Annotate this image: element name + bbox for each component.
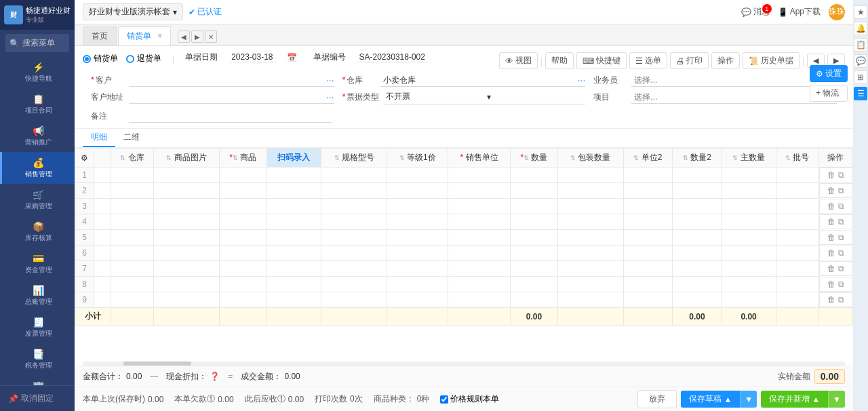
table-cell[interactable]	[153, 292, 219, 308]
table-cell[interactable]	[153, 277, 219, 292]
copy-row-icon[interactable]: ⧉	[838, 217, 844, 227]
table-cell[interactable]	[387, 168, 448, 183]
right-panel-clipboard-icon[interactable]: 📋	[854, 38, 867, 52]
table-cell[interactable]	[776, 246, 818, 261]
abandon-button[interactable]: 放弃	[637, 390, 677, 408]
table-cell[interactable]	[111, 292, 154, 308]
table-cell[interactable]	[321, 277, 387, 292]
table-cell[interactable]	[321, 261, 387, 277]
table-cell[interactable]	[776, 230, 818, 246]
table-cell[interactable]	[776, 292, 818, 308]
table-cell[interactable]	[321, 168, 387, 183]
table-cell[interactable]	[111, 168, 154, 183]
table-cell[interactable]	[111, 277, 154, 292]
tab-close-icon[interactable]: ×	[157, 31, 162, 41]
table-cell[interactable]	[111, 183, 154, 199]
address-input[interactable]	[129, 91, 323, 103]
table-cell[interactable]	[111, 199, 154, 214]
table-cell[interactable]	[219, 246, 267, 261]
table-cell[interactable]	[673, 261, 722, 277]
delete-row-icon[interactable]: 🗑	[827, 186, 835, 195]
print-button[interactable]: 🖨 打印	[670, 52, 709, 69]
table-cell[interactable]	[94, 261, 111, 277]
table-cell[interactable]	[94, 214, 111, 230]
table-cell[interactable]	[94, 246, 111, 261]
col-product-image[interactable]: ⇅ 商品图片	[153, 149, 219, 168]
table-cell[interactable]	[776, 214, 818, 230]
table-cell[interactable]	[111, 230, 154, 246]
customer-input[interactable]	[129, 74, 323, 86]
right-panel-star-icon[interactable]: ★	[854, 5, 867, 19]
table-cell[interactable]	[321, 246, 387, 261]
operate-button[interactable]: 操作	[711, 52, 740, 69]
table-cell[interactable]	[511, 246, 558, 261]
user-area[interactable]: 珠珠	[829, 4, 845, 20]
table-cell[interactable]	[673, 183, 722, 199]
warehouse-input[interactable]	[380, 74, 575, 86]
table-cell[interactable]	[267, 183, 321, 199]
sidebar-item-capital[interactable]: 💳 资金管理	[0, 248, 75, 279]
table-cell[interactable]	[153, 246, 219, 261]
table-cell[interactable]	[557, 168, 623, 183]
table-cell[interactable]	[219, 261, 267, 277]
save-draft-button[interactable]: 保存草稿 ▲	[681, 391, 740, 408]
table-cell[interactable]	[267, 214, 321, 230]
copy-row-icon[interactable]: ⧉	[838, 264, 844, 273]
table-cell[interactable]	[673, 214, 722, 230]
date-value[interactable]: 2023-03-18	[229, 52, 275, 62]
col-batch-no[interactable]: ⇅ 批号	[776, 149, 818, 168]
copy-row-icon[interactable]: ⧉	[838, 279, 844, 289]
table-cell[interactable]	[448, 292, 510, 308]
delete-row-icon[interactable]: 🗑	[827, 233, 835, 242]
remarks-input[interactable]	[129, 110, 332, 123]
table-cell[interactable]	[623, 214, 672, 230]
sidebar-item-invoice[interactable]: 🧾 发票管理	[0, 311, 75, 343]
table-cell[interactable]	[153, 261, 219, 277]
table-cell[interactable]	[511, 214, 558, 230]
table-cell[interactable]	[673, 199, 722, 214]
table-cell[interactable]	[111, 214, 154, 230]
table-cell[interactable]	[557, 261, 623, 277]
table-cell[interactable]	[448, 261, 510, 277]
sidebar-item-accounting[interactable]: 📊 总账管理	[0, 279, 75, 311]
table-cell[interactable]	[623, 199, 672, 214]
table-cell[interactable]	[722, 168, 776, 183]
table-cell[interactable]	[267, 261, 321, 277]
table-cell[interactable]	[623, 261, 672, 277]
copy-row-icon[interactable]: ⧉	[838, 170, 844, 180]
customer-select-icon[interactable]: ···	[326, 75, 334, 85]
table-cell[interactable]	[267, 277, 321, 292]
sidebar-item-marketing[interactable]: 📢 营销推广	[0, 120, 75, 152]
right-panel-bell-icon[interactable]: 🔔	[854, 22, 867, 35]
table-cell[interactable]	[448, 277, 510, 292]
table-cell[interactable]	[448, 214, 510, 230]
sales-order-radio[interactable]: 销货单	[83, 53, 118, 64]
table-cell[interactable]	[448, 199, 510, 214]
col-quantity[interactable]: *⇅ 数量	[511, 149, 558, 168]
sidebar-item-fixed-assets[interactable]: 🏢 固定资产	[0, 375, 75, 385]
col-sales-unit[interactable]: * 销售单位	[448, 149, 510, 168]
table-cell[interactable]	[153, 230, 219, 246]
tab-close-all-button[interactable]: ✕	[205, 31, 217, 43]
table-cell[interactable]	[511, 277, 558, 292]
table-cell[interactable]	[722, 277, 776, 292]
table-cell[interactable]	[94, 199, 111, 214]
table-cell[interactable]	[623, 183, 672, 199]
table-cell[interactable]	[321, 230, 387, 246]
table-cell[interactable]	[557, 277, 623, 292]
table-cell[interactable]	[557, 214, 623, 230]
tab-next-button[interactable]: ▶	[191, 31, 203, 43]
col-warehouse[interactable]: ⇅ 仓库	[111, 149, 154, 168]
delete-row-icon[interactable]: 🗑	[827, 295, 835, 305]
add-logistics-button[interactable]: + 物流	[810, 85, 848, 102]
address-select-icon[interactable]: ···	[326, 92, 334, 102]
table-cell[interactable]	[321, 214, 387, 230]
delete-row-icon[interactable]: 🗑	[827, 217, 835, 227]
table-cell[interactable]	[722, 230, 776, 246]
table-cell[interactable]	[153, 168, 219, 183]
col-main-qty[interactable]: ⇅ 主数量	[722, 149, 776, 168]
right-panel-list-icon[interactable]: ☰	[854, 87, 867, 100]
table-cell[interactable]	[219, 277, 267, 292]
col-grade-price[interactable]: ⇅ 等级1价	[387, 149, 448, 168]
table-cell[interactable]	[673, 168, 722, 183]
